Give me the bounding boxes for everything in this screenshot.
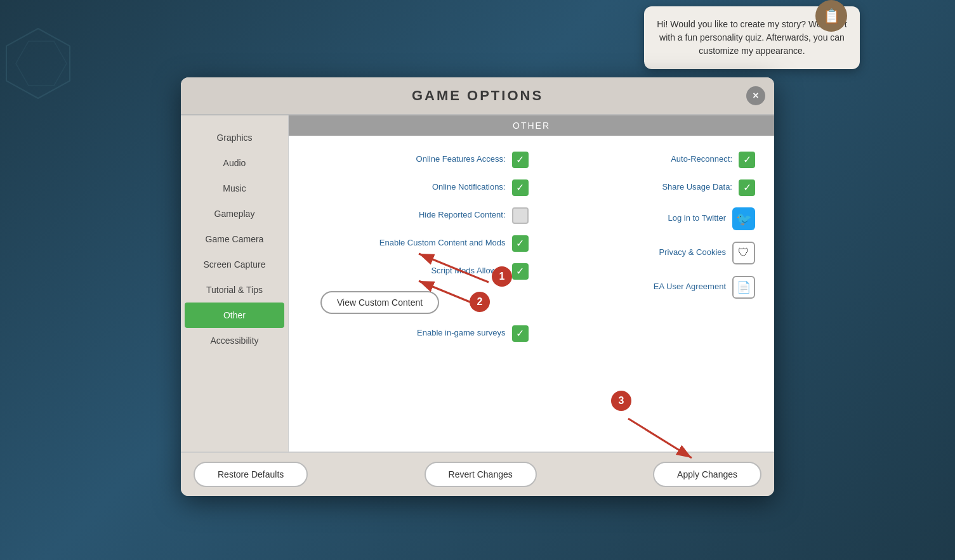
sidebar-item-audio[interactable]: Audio xyxy=(181,150,288,176)
script-mods-checkbox[interactable]: ✓ xyxy=(512,263,529,280)
content-area: Other Online Features Access: ✓ Online N… xyxy=(289,115,774,452)
ea-user-agreement-button[interactable]: 📄 xyxy=(732,276,755,299)
ea-user-agreement-row: EA User Agreement 📄 xyxy=(535,276,756,299)
revert-changes-button[interactable]: Revert Changes xyxy=(425,462,537,487)
modal-header: Game Options × xyxy=(181,77,774,115)
sidebar-item-gameplay[interactable]: Gameplay xyxy=(181,201,288,226)
modal-overlay: Game Options × Graphics Audio Music Game… xyxy=(0,0,955,560)
auto-reconnect-label: Auto-Reconnect: xyxy=(671,154,732,165)
auto-reconnect-row: Auto-Reconnect: ✓ xyxy=(535,152,756,168)
sidebar-item-game-camera[interactable]: Game Camera xyxy=(181,226,288,252)
share-usage-data-label: Share Usage Data: xyxy=(662,182,732,193)
apply-changes-button[interactable]: Apply Changes xyxy=(653,462,761,487)
annotation-badge-1: 1 xyxy=(492,266,512,287)
enable-ingame-surveys-checkbox[interactable]: ✓ xyxy=(512,325,529,342)
share-usage-data-row: Share Usage Data: ✓ xyxy=(535,179,756,196)
online-features-checkbox[interactable]: ✓ xyxy=(512,152,529,168)
online-features-label: Online Features Access: xyxy=(416,154,506,165)
online-notifications-checkbox[interactable]: ✓ xyxy=(512,179,529,196)
modal-footer: Restore Defaults Revert Changes Apply Ch… xyxy=(181,452,774,496)
annotation-badge-2: 2 xyxy=(470,292,490,312)
sidebar-item-accessibility[interactable]: Accessibility xyxy=(181,328,288,353)
close-button[interactable]: × xyxy=(746,86,765,105)
online-notifications-row: Online Notifications: ✓ xyxy=(308,179,529,196)
sidebar-item-tutorial-tips[interactable]: Tutorial & Tips xyxy=(181,277,288,303)
share-usage-data-checkbox[interactable]: ✓ xyxy=(739,179,755,196)
sidebar-item-graphics[interactable]: Graphics xyxy=(181,125,288,150)
sidebar: Graphics Audio Music Gameplay Game Camer… xyxy=(181,115,289,452)
hide-reported-checkbox[interactable] xyxy=(512,207,529,224)
enable-ingame-surveys-label: Enable in-game surveys xyxy=(417,328,505,339)
view-custom-content-row: View Custom Content xyxy=(308,291,529,314)
online-features-row: Online Features Access: ✓ xyxy=(308,152,529,168)
twitter-button[interactable]: 🐦 xyxy=(732,207,755,230)
enable-custom-content-row: Enable Custom Content and Mods ✓ xyxy=(308,235,529,252)
log-in-twitter-row: Log in to Twitter 🐦 xyxy=(535,207,756,230)
sidebar-item-screen-capture[interactable]: Screen Capture xyxy=(181,252,288,277)
content-inner: Online Features Access: ✓ Online Notific… xyxy=(289,136,774,358)
right-column: Auto-Reconnect: ✓ Share Usage Data: ✓ Lo… xyxy=(535,152,756,299)
view-custom-content-button[interactable]: View Custom Content xyxy=(320,291,439,314)
log-in-twitter-label: Log in to Twitter xyxy=(668,213,726,224)
auto-reconnect-checkbox[interactable]: ✓ xyxy=(739,152,755,168)
privacy-cookies-button[interactable]: 🛡 xyxy=(732,242,755,264)
enable-custom-content-label: Enable Custom Content and Mods xyxy=(379,238,506,249)
hide-reported-row: Hide Reported Content: xyxy=(308,207,529,224)
modal-title: Game Options xyxy=(412,88,543,103)
privacy-cookies-label: Privacy & Cookies xyxy=(659,247,726,258)
left-column: Online Features Access: ✓ Online Notific… xyxy=(308,152,529,342)
restore-defaults-button[interactable]: Restore Defaults xyxy=(194,462,308,487)
privacy-cookies-row: Privacy & Cookies 🛡 xyxy=(535,242,756,264)
annotation-badge-3: 3 xyxy=(611,391,631,411)
game-options-modal: Game Options × Graphics Audio Music Game… xyxy=(181,77,774,496)
sidebar-item-music[interactable]: Music xyxy=(181,176,288,201)
modal-body: Graphics Audio Music Gameplay Game Camer… xyxy=(181,115,774,452)
hide-reported-label: Hide Reported Content: xyxy=(419,210,506,221)
enable-ingame-surveys-row: Enable in-game surveys ✓ xyxy=(308,325,529,342)
ea-user-agreement-label: EA User Agreement xyxy=(654,282,726,292)
enable-custom-content-checkbox[interactable]: ✓ xyxy=(512,235,529,252)
content-header: Other xyxy=(289,115,774,136)
online-notifications-label: Online Notifications: xyxy=(432,182,506,193)
sidebar-item-other[interactable]: Other xyxy=(185,303,284,328)
